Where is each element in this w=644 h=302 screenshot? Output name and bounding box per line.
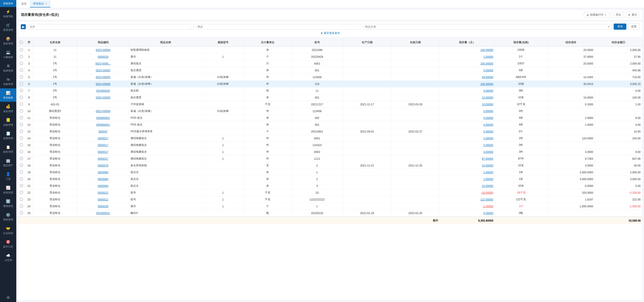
- col-header-check[interactable]: [18, 39, 25, 46]
- print-btn[interactable]: 🖨 按模板打印 ▼: [584, 12, 609, 18]
- row-code[interactable]: 0000012: [77, 189, 129, 196]
- row-checkbox[interactable]: [20, 109, 23, 112]
- sidebar-settings[interactable]: ⚙: [0, 293, 16, 302]
- row-code[interactable]: [77, 101, 129, 108]
- row-qty-main[interactable]: 10.00000: [440, 94, 495, 101]
- tab-home[interactable]: 首页: [18, 1, 30, 7]
- category-input[interactable]: [363, 24, 606, 29]
- row-checkbox[interactable]: [20, 89, 23, 92]
- warehouse-dots[interactable]: ...: [188, 25, 193, 29]
- row-qty-main[interactable]: 87.00000: [440, 156, 495, 162]
- row-qty-main[interactable]: -1.00000: [440, 203, 495, 210]
- row-checkbox[interactable]: [20, 96, 23, 99]
- row-check[interactable]: [18, 156, 25, 162]
- row-checkbox[interactable]: [20, 137, 23, 139]
- sidebar-item-hr[interactable]: 👤 工资: [0, 170, 16, 183]
- row-check[interactable]: [18, 94, 25, 101]
- sidebar-item-general[interactable]: 📒 总账管理: [0, 115, 16, 129]
- row-check[interactable]: [18, 169, 25, 176]
- row-code[interactable]: 0000017: [77, 142, 129, 149]
- row-code[interactable]: 0000084: [77, 176, 129, 183]
- sidebar-item-system[interactable]: ⚙️ 系统管理: [0, 210, 16, 224]
- row-qty-main[interactable]: 10.00000: [440, 101, 495, 108]
- row-checkbox[interactable]: [20, 116, 23, 119]
- row-check[interactable]: [18, 142, 25, 149]
- row-checkbox[interactable]: [20, 48, 23, 51]
- display-btn[interactable]: 👁 显示: [626, 12, 640, 18]
- sidebar-item-collab[interactable]: 🤝 企业协同: [0, 224, 16, 237]
- row-check[interactable]: [18, 203, 25, 210]
- row-qty-main[interactable]: 100.00000: [440, 60, 495, 67]
- row-code[interactable]: 000900001: [77, 115, 129, 121]
- row-checkbox[interactable]: [20, 143, 23, 146]
- row-code[interactable]: 0023-00008: [77, 81, 129, 87]
- row-checkbox[interactable]: [20, 82, 23, 85]
- row-qty-main[interactable]: 122.00000: [440, 196, 495, 203]
- row-checkbox[interactable]: [20, 75, 23, 78]
- row-code[interactable]: 0000017: [77, 156, 129, 162]
- row-qty-main[interactable]: 1.00000: [440, 176, 495, 183]
- sidebar-item-small-ecom[interactable]: 💻 小额电商: [0, 48, 16, 61]
- row-checkbox[interactable]: [20, 157, 23, 160]
- row-check[interactable]: [18, 176, 25, 183]
- row-check[interactable]: [18, 162, 25, 169]
- row-checkbox[interactable]: [20, 184, 23, 187]
- row-qty-main[interactable]: 10.00000: [440, 183, 495, 189]
- row-check[interactable]: [18, 128, 25, 135]
- row-check[interactable]: [18, 189, 25, 196]
- row-check[interactable]: [18, 196, 25, 203]
- row-code[interactable]: 0023-00009: [77, 46, 129, 54]
- row-check[interactable]: [18, 183, 25, 189]
- set-btn[interactable]: 设置: [628, 23, 640, 30]
- row-qty-main[interactable]: 0.00000: [440, 142, 495, 149]
- row-check[interactable]: [18, 60, 25, 67]
- warehouse-input[interactable]: [28, 24, 188, 29]
- expand-conditions[interactable]: ▼ 展开更多条件: [320, 31, 340, 35]
- row-checkbox[interactable]: [20, 164, 23, 167]
- row-code[interactable]: 0000084: [77, 183, 129, 189]
- row-checkbox[interactable]: [20, 130, 23, 133]
- sidebar-item-retail[interactable]: 🛒 零售管理: [0, 21, 16, 34]
- row-code[interactable]: 0023-00005: [77, 94, 129, 101]
- sidebar-item-cloud[interactable]: ☁️ 云应用: [0, 251, 16, 264]
- row-code[interactable]: 0000017: [77, 135, 129, 142]
- sidebar-item-basic[interactable]: ℹ️ 基础信息: [0, 197, 16, 210]
- row-code[interactable]: 0000017: [77, 149, 129, 156]
- row-check[interactable]: [18, 67, 25, 74]
- tab-close-btn[interactable]: ×: [46, 2, 47, 5]
- row-checkbox[interactable]: [20, 150, 23, 153]
- row-checkbox[interactable]: [20, 62, 23, 65]
- select-all-checkbox[interactable]: [20, 41, 23, 44]
- export-btn[interactable]: ↑ 导出: [611, 12, 624, 18]
- row-checkbox[interactable]: [20, 205, 23, 208]
- sidebar-item-quick-nav[interactable]: ⚡ 快捷导航: [0, 7, 16, 21]
- row-check[interactable]: [18, 87, 25, 94]
- filter-expand-btn[interactable]: ▶: [21, 24, 26, 29]
- row-code[interactable]: 0000029: [77, 54, 129, 60]
- row-code[interactable]: 001000026: [77, 87, 129, 94]
- row-check[interactable]: [18, 149, 25, 156]
- row-check[interactable]: [18, 101, 25, 108]
- product-dots[interactable]: ...: [356, 25, 361, 29]
- row-code[interactable]: 000900001: [77, 121, 129, 128]
- row-checkbox[interactable]: [20, 55, 23, 58]
- row-qty-main[interactable]: 0.00000: [440, 128, 495, 135]
- sidebar-item-purchase[interactable]: 🛍 采购管理: [0, 75, 16, 88]
- row-qty-main[interactable]: 0.00000: [440, 87, 495, 94]
- row-code[interactable]: 0023-0000...: [77, 60, 129, 67]
- sidebar-item-ops[interactable]: 📈 经营管理: [0, 183, 16, 197]
- sidebar-item-ecom[interactable]: 🖥 电商管理: [0, 61, 16, 75]
- row-qty-main[interactable]: 0.00000: [440, 67, 495, 74]
- row-code[interactable]: 0000029: [77, 203, 129, 210]
- sidebar-item-tax[interactable]: 📋 税务管理: [0, 142, 16, 156]
- row-checkbox[interactable]: [20, 177, 23, 180]
- row-qty-main[interactable]: 4.00000: [440, 121, 495, 128]
- row-check[interactable]: [18, 46, 25, 54]
- row-checkbox[interactable]: [20, 191, 23, 194]
- row-code[interactable]: 0023-00005: [77, 74, 129, 81]
- row-qty-main[interactable]: 3.00000: [440, 149, 495, 156]
- row-code[interactable]: 0000084: [77, 169, 129, 176]
- row-checkbox[interactable]: [20, 103, 23, 106]
- row-qty-main[interactable]: 0.00000: [440, 210, 495, 217]
- tab-inventory-batch[interactable]: 库存批次 ×: [30, 1, 50, 8]
